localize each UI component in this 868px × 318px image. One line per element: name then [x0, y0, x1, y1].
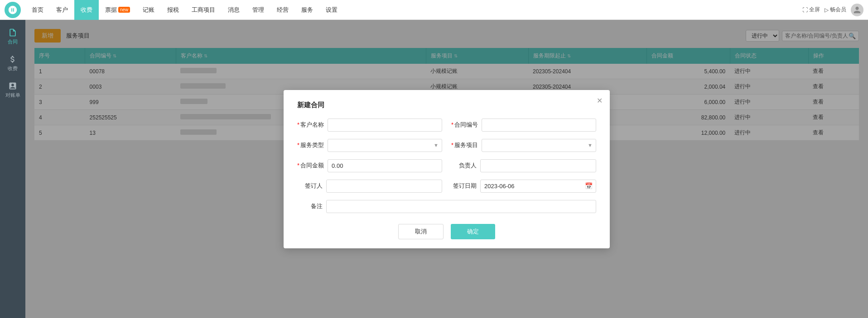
top-nav: 首页 客户 收费 票据new 记账 报税 工商项目 消息 管理 经营 服务 设置…	[0, 0, 868, 20]
nav-business[interactable]: 工商项目	[185, 0, 222, 20]
content-area: 新增 服务项目 进行中 已完成 已终止 🔍 序号 合同编号⇅	[25, 20, 868, 318]
nav-fee[interactable]: 收费	[74, 0, 99, 20]
form-group-note: 备注	[297, 200, 596, 213]
sidebar-item-statement[interactable]: 对账单	[1, 78, 24, 102]
form-group-service-type: *服务类型 ▼	[297, 139, 442, 152]
nav-operation[interactable]: 经营	[270, 0, 295, 20]
responsible-label: 负责人	[451, 161, 477, 170]
contract-no-input[interactable]	[482, 119, 596, 132]
app-logo	[5, 2, 21, 18]
customer-name-input[interactable]	[328, 119, 442, 132]
customer-label: *客户名称	[297, 121, 324, 129]
amount-input[interactable]	[328, 159, 442, 172]
service-type-select[interactable]	[328, 139, 442, 152]
sidebar-item-fee[interactable]: 收费	[1, 51, 24, 76]
signatory-label: 签订人	[297, 182, 323, 190]
form-group-responsible: 负责人	[451, 159, 596, 172]
sidebar-fee-label: 收费	[8, 65, 18, 72]
fullscreen-label: 全屏	[809, 6, 820, 14]
nav-right: ⛶ 全屏 ▷ 畅会员	[802, 4, 863, 16]
nav-service[interactable]: 服务	[295, 0, 319, 20]
contract-no-label: *合同编号	[451, 121, 478, 129]
nav-tax[interactable]: 报税	[161, 0, 185, 20]
form-row-3: *合同金额 负责人	[297, 159, 596, 172]
new-badge: new	[118, 7, 130, 13]
modal-footer: 取消 确定	[297, 224, 596, 239]
form-group-amount: *合同金额	[297, 159, 442, 172]
sidebar-contract-label: 合同	[8, 38, 18, 45]
nav-message[interactable]: 消息	[222, 0, 246, 20]
form-group-signatory: 签订人	[297, 180, 442, 193]
form-row-5: 备注	[297, 200, 596, 213]
avatar[interactable]	[851, 4, 863, 16]
sidebar-item-contract[interactable]: 合同	[1, 24, 24, 49]
signatory-input[interactable]	[326, 180, 442, 193]
fullscreen-icon: ⛶	[802, 7, 808, 13]
modal-overlay: ✕ 新建合同 *客户名称 *合同编号 *服务类型	[25, 20, 868, 318]
note-input[interactable]	[326, 200, 596, 213]
nav-home[interactable]: 首页	[25, 0, 50, 20]
note-label: 备注	[297, 202, 323, 210]
modal-title: 新建合同	[297, 101, 596, 109]
cancel-button[interactable]: 取消	[398, 224, 444, 239]
sidebar-statement-label: 对账单	[5, 92, 20, 99]
service-type-label: *服务类型	[297, 141, 324, 149]
sign-date-wrap: 📅	[480, 180, 596, 193]
confirm-button[interactable]: 确定	[451, 224, 495, 239]
responsible-input[interactable]	[480, 159, 596, 172]
member-label: 畅会员	[830, 6, 846, 14]
nav-customer[interactable]: 客户	[50, 0, 74, 20]
play-icon: ▷	[825, 7, 829, 13]
calendar-icon[interactable]: 📅	[585, 182, 593, 190]
service-type-select-wrap: ▼	[328, 139, 442, 152]
nav-settings[interactable]: 设置	[319, 0, 344, 20]
sidebar: 合同 收费 对账单	[0, 20, 25, 318]
modal-close-button[interactable]: ✕	[597, 97, 603, 104]
nav-accounting[interactable]: 记账	[136, 0, 161, 20]
service-item-select-wrap: ▼	[482, 139, 596, 152]
form-group-service-item: *服务项目 ▼	[451, 139, 596, 152]
amount-label: *合同金额	[297, 161, 324, 170]
form-group-sign-date: 签订日期 📅	[451, 180, 596, 193]
form-row-2: *服务类型 ▼ *服务项目 ▼	[297, 139, 596, 152]
form-row-1: *客户名称 *合同编号	[297, 119, 596, 132]
sign-date-label: 签订日期	[451, 182, 477, 190]
service-item-label: *服务项目	[451, 141, 478, 149]
nav-manage[interactable]: 管理	[246, 0, 270, 20]
fullscreen-button[interactable]: ⛶ 全屏	[802, 6, 820, 14]
nav-invoice[interactable]: 票据new	[99, 0, 136, 20]
form-row-4: 签订人 签订日期 📅	[297, 180, 596, 193]
form-group-contract-no: *合同编号	[451, 119, 596, 132]
form-group-customer: *客户名称	[297, 119, 442, 132]
sign-date-input[interactable]	[480, 180, 596, 193]
service-item-select[interactable]	[482, 139, 596, 152]
nav-items: 首页 客户 收费 票据new 记账 报税 工商项目 消息 管理 经营 服务 设置	[25, 0, 802, 20]
new-contract-modal: ✕ 新建合同 *客户名称 *合同编号 *服务类型	[284, 90, 610, 248]
member-button[interactable]: ▷ 畅会员	[825, 6, 846, 14]
